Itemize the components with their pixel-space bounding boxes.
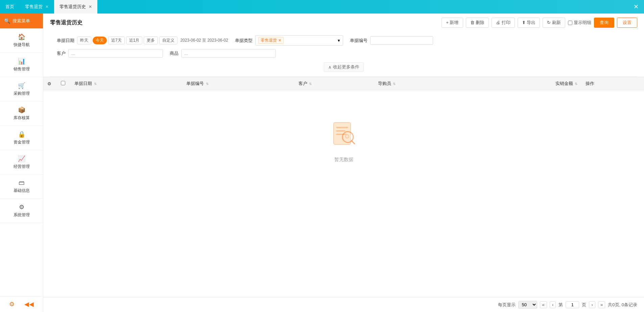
col-checkbox <box>57 77 70 90</box>
page-size-label: 每页显示 <box>498 302 516 308</box>
refresh-button[interactable]: ↻ 刷新 <box>543 18 565 28</box>
page-header: 零售退货历史 + 新增 🗑 删除 🖨 打印 ⬆ 导出 ↻ 刷新 显示明细 查询 … <box>43 14 644 77</box>
prev-page-button[interactable]: ‹ <box>550 301 556 308</box>
sidebar-item-system-mgmt[interactable]: ⚙ 系统管理 <box>0 199 43 223</box>
settings-button[interactable]: 设置 <box>617 18 637 28</box>
sort-customer-icon[interactable]: ⇅ <box>309 82 312 86</box>
sort-doc-number-icon[interactable]: ⇅ <box>206 82 209 86</box>
tab-home[interactable]: 首页 <box>0 0 20 14</box>
empty-row: 暂无数据 <box>43 90 644 190</box>
date-btn-7days[interactable]: 近7天 <box>108 37 125 44</box>
export-button[interactable]: ⬆ 导出 <box>518 18 540 28</box>
tab-retail-return[interactable]: 零售退货 ✕ <box>20 0 54 14</box>
sales-mgmt-icon: 📊 <box>18 58 25 65</box>
operations-icon: 📈 <box>18 155 25 162</box>
content-area: 零售退货历史 + 新增 🗑 删除 🖨 打印 ⬆ 导出 ↻ 刷新 显示明细 查询 … <box>43 14 644 312</box>
sidebar-item-base-info[interactable]: 🗃 基础信息 <box>0 175 43 199</box>
date-btn-more[interactable]: 更多 <box>144 37 158 44</box>
last-page-button[interactable]: » <box>598 301 605 308</box>
quick-nav-icon: 🏠 <box>18 33 25 41</box>
pagination-bar: 每页显示 50 10 20 100 « ‹ 第 页 › » 共0页, 0条记录 <box>43 297 644 312</box>
tab-list: 首页 零售退货 ✕ 零售退货历史 ✕ <box>0 0 628 14</box>
sidebar-item-operations[interactable]: 📈 经营管理 <box>0 150 43 175</box>
sidebar-bottom: ⚙ ◀◀ <box>0 296 43 312</box>
customer-input[interactable] <box>68 49 163 58</box>
sidebar-item-finance[interactable]: 🔒 资金管理 <box>0 126 43 150</box>
show-detail-row: 显示明细 <box>568 20 591 26</box>
page-title-row: 零售退货历史 + 新增 🗑 删除 🖨 打印 ⬆ 导出 ↻ 刷新 显示明细 查询 … <box>50 18 637 28</box>
query-button[interactable]: 查询 <box>594 18 614 28</box>
collapse-button[interactable]: ∧ 收起更多条件 <box>324 62 364 72</box>
table-settings-icon[interactable]: ⚙ <box>47 81 51 86</box>
doc-type-tag-close[interactable]: ✕ <box>278 38 281 43</box>
tab-retail-return-close[interactable]: ✕ <box>45 4 49 9</box>
sidebar-item-purchase-mgmt[interactable]: 🛒 采购管理 <box>0 77 43 102</box>
table-body: 暂无数据 <box>43 90 644 190</box>
sidebar-search[interactable]: 🔍 搜索菜单 <box>0 14 43 28</box>
page-title: 零售退货历史 <box>50 19 82 26</box>
svg-rect-0 <box>334 122 351 144</box>
customer-filter: 客户 <box>57 49 163 58</box>
doc-number-input[interactable] <box>370 36 433 45</box>
date-range-display: 2023-06-02 至 2023-06-02 <box>180 38 228 43</box>
date-btn-custom[interactable]: 自定义 <box>159 37 177 44</box>
col-customer: 客户 ⇅ <box>294 77 374 90</box>
svg-rect-1 <box>336 127 348 128</box>
total-info: 共0页, 0条记录 <box>608 302 637 308</box>
sort-amount-icon[interactable]: ⇅ <box>575 82 577 86</box>
sidebar-gear-button[interactable]: ⚙ <box>9 300 15 308</box>
col-guide: 导购员 ⇅ <box>374 77 470 90</box>
tab-retail-return-history[interactable]: 零售退货历史 ✕ <box>54 0 97 14</box>
page-size-select[interactable]: 50 10 20 100 <box>518 301 537 309</box>
next-page-button[interactable]: › <box>589 301 595 308</box>
goods-filter: 商品 <box>170 49 276 58</box>
sort-doc-date-icon[interactable]: ⇅ <box>94 82 97 86</box>
table-header: ⚙ 单据日期 ⇅ 单据编号 ⇅ <box>43 77 644 90</box>
finance-icon: 🔒 <box>18 131 25 138</box>
empty-state: 暂无数据 <box>43 90 644 190</box>
doc-type-dropdown-icon: ▾ <box>338 38 340 43</box>
date-filter-label: 单据日期 <box>57 38 74 44</box>
goods-input[interactable] <box>181 49 276 58</box>
first-page-button[interactable]: « <box>540 301 547 308</box>
svg-rect-2 <box>336 130 345 132</box>
sidebar-sound-button[interactable]: ◀◀ <box>24 300 34 308</box>
empty-text: 暂无数据 <box>334 157 353 163</box>
col-amount: 实销金额 ⇅ <box>470 77 581 90</box>
base-info-icon: 🗃 <box>19 179 25 186</box>
col-settings: ⚙ <box>43 77 57 90</box>
delete-button[interactable]: 🗑 删除 <box>466 18 489 28</box>
doc-type-tag: 零售退货 ✕ <box>258 37 284 44</box>
filter-area: 单据日期 昨天 今天 近7天 近1月 更多 自定义 2023-06-02 至 2… <box>50 32 637 77</box>
sidebar-item-sales-mgmt[interactable]: 📊 销售管理 <box>0 53 43 77</box>
select-all-checkbox[interactable] <box>61 81 65 85</box>
toolbar: + 新增 🗑 删除 🖨 打印 ⬆ 导出 ↻ 刷新 显示明细 查询 设置 <box>442 18 637 28</box>
tab-retail-return-history-close[interactable]: ✕ <box>89 4 92 9</box>
inventory-icon: 📦 <box>18 106 25 114</box>
doc-type-select[interactable]: 零售退货 ✕ ▾ <box>255 35 343 46</box>
page-label: 第 <box>558 302 563 308</box>
new-button[interactable]: + 新增 <box>442 18 463 28</box>
date-btn-1month[interactable]: 近1月 <box>126 37 143 44</box>
system-mgmt-icon: ⚙ <box>19 203 24 211</box>
collapse-icon: ∧ <box>328 65 332 70</box>
page-unit: 页 <box>582 302 586 308</box>
svg-line-6 <box>352 141 355 144</box>
print-button[interactable]: 🖨 打印 <box>492 18 515 28</box>
data-table: ⚙ 单据日期 ⇅ 单据编号 ⇅ <box>43 77 644 190</box>
sidebar-item-inventory[interactable]: 📦 库存核算 <box>0 102 43 126</box>
date-btn-yesterday[interactable]: 昨天 <box>77 37 91 44</box>
sort-guide-icon[interactable]: ⇅ <box>393 82 396 86</box>
page-number-input[interactable] <box>566 301 579 308</box>
goods-filter-label: 商品 <box>170 50 178 57</box>
customer-filter-label: 客户 <box>57 50 66 57</box>
date-btn-today[interactable]: 今天 <box>93 37 107 44</box>
sidebar: 🔍 搜索菜单 🏠 快捷导航 📊 销售管理 🛒 采购管理 📦 库存核算 🔒 资金管… <box>0 14 43 312</box>
empty-state-illustration <box>327 117 361 151</box>
filter-row-2: 客户 商品 <box>57 49 630 58</box>
window-close-button[interactable]: ✕ <box>628 3 644 10</box>
purchase-mgmt-icon: 🛒 <box>18 82 25 89</box>
sidebar-item-quick-nav[interactable]: 🏠 快捷导航 <box>0 28 43 53</box>
doc-number-label: 单据编号 <box>350 38 367 44</box>
show-detail-checkbox[interactable] <box>568 21 572 25</box>
